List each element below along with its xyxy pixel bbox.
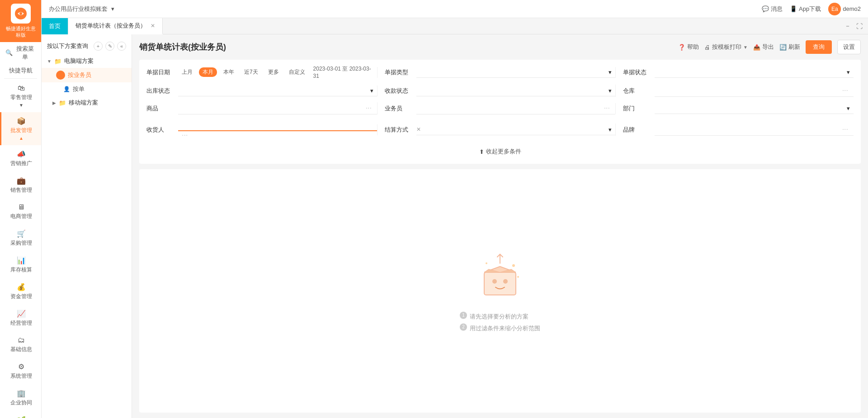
- filter-item-date: 单据日期 上月 本月 本年 近7天 更多 自定义 2023-03-01 至 20…: [146, 65, 377, 79]
- doctype-select[interactable]: ▾: [416, 67, 615, 78]
- date-tab-thisyear[interactable]: 本年: [220, 67, 238, 77]
- tab-close-icon[interactable]: ✕: [151, 23, 155, 29]
- filter-item-docstatus: 单据状态 ▾: [615, 67, 854, 78]
- filter-row-2: 出库状态 ▾ 收款状态 ▾: [146, 85, 854, 97]
- date-tab-lastmonth[interactable]: 上月: [178, 67, 196, 77]
- sidebar-item-finance[interactable]: 💰 资金管理: [0, 278, 41, 305]
- consignee-control: ···: [178, 120, 377, 139]
- newbie-icon: 🌱: [17, 416, 26, 418]
- sidebar-item-enterprise[interactable]: 🏢 企业协同: [0, 385, 41, 411]
- finance-icon: 💰: [17, 283, 26, 291]
- sidebar-item-ecom[interactable]: 🖥 电商管理: [0, 199, 41, 225]
- date-tab-more[interactable]: 更多: [264, 67, 283, 77]
- quick-nav-label: 快捷导航: [9, 66, 33, 75]
- empty-illustration: [473, 247, 527, 302]
- tab-home[interactable]: 首页: [42, 18, 68, 34]
- docstatus-select[interactable]: ▾: [655, 67, 854, 78]
- brand-control: ···: [655, 124, 854, 136]
- help-icon: ❓: [678, 44, 685, 51]
- svg-point-6: [512, 264, 515, 267]
- page-content: 按以下方案查询 + ✎ « ▼ 📁 电脑端方案 按业务员: [42, 34, 868, 418]
- topbar-dropdown[interactable]: ▾: [111, 5, 114, 12]
- sidebar-item-retail[interactable]: 🛍 零售管理 ▼: [0, 80, 41, 112]
- date-range-display: 2023-03-01 至 2023-03-31: [313, 65, 377, 79]
- sidebar-item-system[interactable]: ⚙ 系统管理: [0, 358, 41, 385]
- dept-control: ▾: [655, 103, 854, 114]
- tree-item-by-doc[interactable]: 👤 按单: [42, 82, 132, 96]
- tip-item-2: 2 用过滤条件来缩小分析范围: [460, 323, 540, 334]
- settings-button[interactable]: 设置: [837, 40, 861, 54]
- tab-minimize-button[interactable]: －: [843, 20, 853, 32]
- outstatus-label: 出库状态: [146, 87, 178, 95]
- tree-group-mobile-header[interactable]: ▶ 📁 移动端方案: [42, 96, 132, 109]
- sidebar-item-purchase[interactable]: 🛒 采购管理: [0, 225, 41, 252]
- export-button[interactable]: 📤 导出: [753, 43, 774, 51]
- svg-point-7: [486, 262, 487, 264]
- tree-group-mobile: ▶ 📁 移动端方案: [42, 96, 132, 109]
- tree-group-desktop-header[interactable]: ▼ 📁 电脑端方案: [42, 54, 132, 68]
- app-download-button[interactable]: 📱 App下载: [790, 5, 821, 13]
- sidebar-item-wholesale[interactable]: 📦 批发管理 ▲: [0, 112, 41, 145]
- filter-item-warehouse: 仓库 ···: [615, 85, 854, 97]
- empty-state: 1 请先选择要分析的方案 2 用过滤条件来缩小分析范围: [139, 169, 861, 413]
- edit-scheme-button[interactable]: ✎: [105, 42, 114, 51]
- warehouse-control: ···: [655, 85, 854, 97]
- tree-item-active-icon: [56, 71, 65, 80]
- tree-item-by-salesperson[interactable]: 按业务员: [42, 68, 132, 82]
- doctype-control: ▾: [416, 67, 615, 78]
- consignee-dots-icon: ···: [180, 131, 189, 139]
- sidebar-item-inventory[interactable]: 📊 库存核算: [0, 252, 41, 278]
- topbar-title: 办公用品行业模拟账套: [49, 5, 108, 13]
- collapse-filters-button[interactable]: ⬆ 收起更多条件: [146, 145, 854, 158]
- doctype-arrow-icon: ▾: [609, 69, 612, 76]
- sales-icon: 💼: [17, 176, 26, 185]
- print-dropdown-icon: ▼: [743, 45, 748, 50]
- main-area: 办公用品行业模拟账套 ▾ 💬 消息 📱 App下载 Ea demo2: [42, 0, 868, 418]
- collapse-panel-button[interactable]: «: [117, 42, 126, 51]
- tip-item-1: 1 请先选择要分析的方案: [460, 311, 540, 323]
- filter-row-3: 商品 ··· 业务员 ···: [146, 102, 854, 114]
- quick-nav[interactable]: 快捷导航: [4, 64, 38, 77]
- date-tab-custom[interactable]: 自定义: [285, 67, 309, 77]
- outstatus-control: ▾: [178, 86, 377, 96]
- empty-tips: 1 请先选择要分析的方案 2 用过滤条件来缩小分析范围: [460, 311, 540, 334]
- sidebar-item-basic[interactable]: 🗂 基础信息: [0, 332, 41, 358]
- download-icon: 📱: [790, 5, 797, 12]
- warehouse-select[interactable]: ···: [655, 85, 854, 97]
- refresh-button[interactable]: 🔄 刷新: [779, 43, 800, 51]
- payment-control: ✕ ▾: [416, 124, 615, 135]
- date-tab-7days[interactable]: 近7天: [241, 67, 262, 77]
- refresh-icon: 🔄: [779, 44, 787, 51]
- add-scheme-button[interactable]: +: [94, 42, 103, 51]
- filter-item-outstatus: 出库状态 ▾: [146, 86, 377, 96]
- sidebar-item-sales[interactable]: 💼 销售管理: [0, 172, 41, 199]
- tab-sales-stat[interactable]: 销货单统计表（按业务员） ✕: [68, 18, 163, 34]
- salesperson-select[interactable]: ···: [416, 102, 615, 114]
- consignee-input[interactable]: [178, 120, 377, 131]
- sidebar-item-marketing[interactable]: 📣 营销推广: [0, 145, 41, 172]
- goods-select[interactable]: ···: [178, 102, 377, 114]
- sidebar-item-newbie[interactable]: 🌱 新手引导: [0, 411, 41, 418]
- dept-select[interactable]: ▾: [655, 103, 854, 114]
- help-button[interactable]: ❓ 帮助: [678, 43, 699, 51]
- receiptstatus-select[interactable]: ▾: [416, 86, 615, 96]
- brand-label: 品牌: [623, 126, 655, 134]
- query-button[interactable]: 查询: [806, 40, 832, 54]
- payment-select[interactable]: ✕ ▾: [416, 124, 615, 135]
- tab-maximize-button[interactable]: ⛶: [854, 21, 864, 32]
- user-profile[interactable]: Ea demo2: [828, 3, 861, 15]
- print-button[interactable]: 🖨 按模板打印 ▼: [704, 43, 748, 51]
- date-tab-thismonth[interactable]: 本月: [199, 67, 217, 77]
- salesperson-label: 业务员: [385, 104, 416, 113]
- payment-clear-icon[interactable]: ✕: [416, 126, 421, 133]
- sidebar-item-operations[interactable]: 📈 经营管理: [0, 305, 41, 332]
- tip-num-2: 2: [460, 323, 467, 331]
- retail-icon: 🛍: [18, 84, 25, 92]
- msg-button[interactable]: 💬 消息: [762, 5, 783, 13]
- brand-select[interactable]: ···: [655, 124, 854, 136]
- filter-item-dept: 部门 ▾: [615, 103, 854, 114]
- wholesale-icon: 📦: [17, 117, 26, 125]
- salesperson-control: ···: [416, 102, 615, 114]
- search-menu[interactable]: 🔍 搜索菜单: [0, 42, 41, 64]
- outstatus-select[interactable]: ▾: [178, 86, 377, 96]
